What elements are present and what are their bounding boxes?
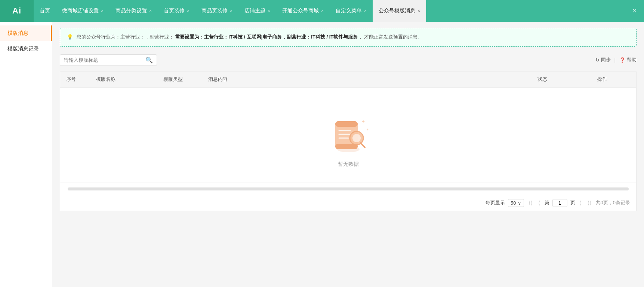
logo: Ai <box>0 0 34 22</box>
col-status: 状态 <box>531 71 591 87</box>
page-label-post: 页 <box>570 199 575 206</box>
horizontal-scrollbar[interactable] <box>68 187 629 190</box>
svg-point-8 <box>352 134 361 142</box>
last-page-button[interactable]: ⟩⟩ <box>586 199 593 207</box>
sync-button[interactable]: ↻ 同步 <box>595 57 611 63</box>
svg-rect-2 <box>335 121 358 127</box>
close-tab-product-decor[interactable]: × <box>230 8 232 13</box>
close-all-button[interactable]: × <box>629 7 640 15</box>
notice-suffix: 才能正常发送预置的消息。 <box>364 34 422 40</box>
main-layout: 模版消息模版消息记录 💡 您的公众号行业为：主营行业：，副营行业： 需要设置为：… <box>0 22 644 287</box>
close-tab-custom-menu[interactable]: × <box>364 8 367 13</box>
notice-icon: 💡 <box>67 34 73 40</box>
sync-icon: ↻ <box>595 57 600 63</box>
help-button[interactable]: ❓ 帮助 <box>619 57 637 63</box>
sync-label: 同步 <box>601 57 611 63</box>
nav-tab-product-category[interactable]: 商品分类设置× <box>110 0 158 22</box>
col-action: 操作 <box>591 71 636 87</box>
empty-state: ✦ ✦ 暂无数据 <box>60 88 636 183</box>
close-tab-store-theme[interactable]: × <box>268 8 270 13</box>
next-page-button[interactable]: ⟩ <box>578 199 583 207</box>
svg-text:✦: ✦ <box>366 128 369 131</box>
empty-illustration: ✦ ✦ <box>326 110 371 155</box>
divider: | <box>614 57 616 63</box>
scroll-bar-area <box>60 183 636 195</box>
help-label: 帮助 <box>627 57 637 63</box>
page-size-label: 每页显示 <box>486 199 505 206</box>
sidebar: 模版消息模版消息记录 <box>0 22 52 287</box>
page-size-value: 50 <box>511 200 516 206</box>
page-size-dropdown-icon: ∨ <box>518 200 521 206</box>
page-label-pre: 第 <box>545 199 549 206</box>
content-area: 💡 您的公众号行业为：主营行业：，副营行业： 需要设置为：主营行业：IT科技 /… <box>52 22 644 287</box>
notice-highlight: 需要设置为：主营行业：IT科技 / 互联网|电子商务，副营行业：IT科技 / I… <box>175 34 363 40</box>
nav-tab-wechat-store[interactable]: 微商城店铺设置× <box>56 0 110 22</box>
search-bar: 🔍 ↻ 同步 | ❓ 帮助 <box>60 54 637 66</box>
close-tab-product-category[interactable]: × <box>149 8 152 13</box>
pagination: 每页显示 50 ∨ ⟨⟨ ⟨ 第 页 ⟩ ⟩⟩ 共0页，0条记录 <box>60 195 636 211</box>
close-tab-open-mall[interactable]: × <box>321 8 324 13</box>
notice-prefix: 您的公众号行业为：主营行业：，副营行业： <box>77 34 174 40</box>
sidebar-item-template-msg[interactable]: 模版消息 <box>0 25 52 41</box>
nav-tabs: 首页微商城店铺设置×商品分类设置×首页装修×商品页装修×店铺主题×开通公众号商城… <box>34 0 629 22</box>
nav-tab-open-mall[interactable]: 开通公众号商城× <box>276 0 330 22</box>
page-input[interactable] <box>552 199 567 207</box>
help-icon: ❓ <box>619 57 625 63</box>
svg-line-9 <box>361 143 365 147</box>
prev-page-button[interactable]: ⟨ <box>537 199 542 207</box>
table-header: 序号 模版名称 模版类型 消息内容 状态 操作 <box>60 71 636 88</box>
page-size-select[interactable]: 50 ∨ <box>508 199 524 207</box>
first-page-button[interactable]: ⟨⟨ <box>527 199 534 207</box>
nav-tab-home[interactable]: 首页 <box>34 0 56 22</box>
close-tab-wechat-store[interactable]: × <box>101 8 104 13</box>
sidebar-item-template-msg-log[interactable]: 模版消息记录 <box>0 41 52 57</box>
table-container: 序号 模版名称 模版类型 消息内容 状态 操作 <box>60 71 637 211</box>
empty-text: 暂无数据 <box>338 161 359 168</box>
search-icon[interactable]: 🔍 <box>145 57 153 64</box>
search-input[interactable] <box>64 55 145 65</box>
search-input-container: 🔍 <box>60 54 157 66</box>
nav-tab-home-decor[interactable]: 首页装修× <box>158 0 195 22</box>
total-info: 共0页，0条记录 <box>596 199 630 206</box>
col-name: 模版名称 <box>90 71 157 87</box>
logo-text: Ai <box>12 6 21 16</box>
notice-box: 💡 您的公众号行业为：主营行业：，副营行业： 需要设置为：主营行业：IT科技 /… <box>60 28 637 47</box>
nav-tab-template-msg[interactable]: 公众号模版消息× <box>373 0 426 22</box>
close-tab-home-decor[interactable]: × <box>187 8 189 13</box>
col-index: 序号 <box>60 71 90 87</box>
close-tab-template-msg[interactable]: × <box>417 8 420 13</box>
nav-tab-product-decor[interactable]: 商品页装修× <box>195 0 238 22</box>
col-content: 消息内容 <box>202 71 531 87</box>
top-nav: Ai 首页微商城店铺设置×商品分类设置×首页装修×商品页装修×店铺主题×开通公众… <box>0 0 644 22</box>
col-type: 模版类型 <box>157 71 202 87</box>
nav-tab-custom-menu[interactable]: 自定义菜单× <box>330 0 373 22</box>
nav-tab-store-theme[interactable]: 店铺主题× <box>238 0 276 22</box>
search-right-actions: ↻ 同步 | ❓ 帮助 <box>595 57 637 63</box>
svg-text:✦: ✦ <box>361 119 365 124</box>
